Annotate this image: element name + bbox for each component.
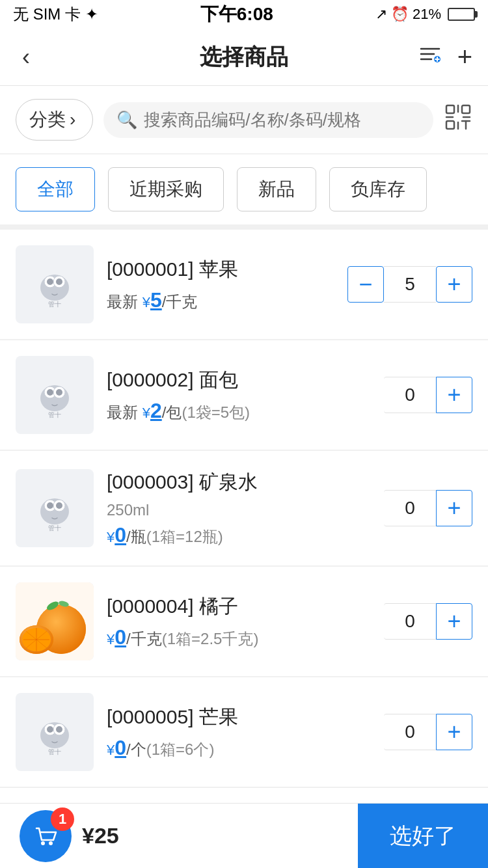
nav-actions: + (418, 42, 472, 72)
no-sim-label: 无 SIM 卡 ✦ (13, 4, 98, 25)
quantity-input[interactable] (384, 603, 436, 640)
price-extra: (1箱=2.5千克) (162, 630, 259, 647)
list-item: 管十 [0000003] 矿泉水 250ml ¥0/瓶(1箱=12瓶) + (0, 451, 488, 565)
quantity-control: + (384, 714, 472, 750)
product-info: [0000005] 芒果 ¥0/个(1箱=6个) (107, 704, 371, 760)
product-name: [0000002] 面包 (107, 367, 371, 394)
add-button[interactable]: + (457, 42, 472, 72)
price-num: 0 (115, 736, 126, 759)
product-price: 最新 ¥5/千克 (107, 288, 334, 312)
owl-logo: 管十 (29, 482, 81, 534)
increase-button[interactable]: + (436, 266, 472, 303)
quantity-input[interactable] (384, 266, 436, 303)
svg-text:管十: 管十 (48, 301, 61, 308)
product-price: ¥0/瓶(1箱=12瓶) (107, 523, 371, 547)
product-image: 管十 (16, 245, 94, 323)
svg-point-57 (41, 841, 45, 845)
price-extra: (1箱=6个) (146, 740, 215, 758)
product-list: 管十 [0000001] 苹果 最新 ¥5/千克 − + (0, 230, 488, 868)
price-extra: (1箱=12瓶) (146, 528, 223, 545)
cart-section: 1 ¥25 (0, 810, 358, 862)
product-name: [0000004] 橘子 (107, 593, 371, 620)
price-unit: /千克 (126, 630, 162, 647)
confirm-button[interactable]: 选好了 (358, 804, 488, 869)
filter-icon[interactable] (418, 42, 442, 72)
product-info: [0000001] 苹果 最新 ¥5/千克 (107, 256, 334, 312)
svg-point-58 (49, 841, 53, 845)
svg-rect-7 (462, 105, 470, 113)
product-name: [0000003] 矿泉水 (107, 469, 371, 496)
svg-point-31 (56, 502, 62, 509)
product-info: [0000004] 橘子 ¥0/千克(1箱=2.5千克) (107, 593, 371, 649)
status-time: 下午6:08 (200, 2, 273, 27)
svg-point-25 (56, 389, 62, 396)
price-num: 5 (150, 288, 162, 312)
svg-point-30 (47, 502, 53, 509)
tab-recent[interactable]: 近期采购 (108, 167, 224, 211)
quantity-input[interactable] (384, 714, 436, 750)
svg-point-24 (47, 389, 53, 396)
status-left: 无 SIM 卡 ✦ (13, 4, 98, 25)
price-num: 2 (150, 399, 162, 422)
price-unit: /千克 (162, 293, 198, 310)
price-yen: ¥ (107, 529, 115, 545)
increase-button[interactable]: + (436, 714, 472, 750)
decrease-button[interactable]: − (347, 266, 384, 303)
svg-text:管十: 管十 (48, 524, 61, 532)
product-name: [0000001] 苹果 (107, 256, 334, 283)
price-yen: ¥ (142, 294, 150, 310)
price-unit: /包 (162, 403, 182, 421)
tab-negative[interactable]: 负库存 (329, 167, 427, 211)
owl-logo: 管十 (29, 706, 81, 758)
category-button[interactable]: 分类 › (16, 99, 93, 141)
product-price: ¥0/千克(1箱=2.5千克) (107, 625, 371, 649)
price-num: 0 (115, 523, 126, 547)
scan-icon[interactable] (444, 103, 472, 137)
product-image: 管十 (16, 469, 94, 547)
battery-percent: 21% (413, 6, 441, 23)
list-item: [0000004] 橘子 ¥0/千克(1箱=2.5千克) + (0, 567, 488, 676)
quantity-control: + (384, 603, 472, 640)
product-price: 最新 ¥2/包(1袋=5包) (107, 399, 371, 423)
product-info: [0000002] 面包 最新 ¥2/包(1袋=5包) (107, 367, 371, 423)
product-image (16, 582, 94, 660)
search-box: 🔍 (103, 102, 433, 138)
product-price: ¥0/个(1箱=6个) (107, 736, 371, 760)
cart-badge: 1 (51, 807, 74, 831)
svg-point-19 (56, 278, 62, 285)
svg-point-48 (47, 726, 53, 733)
product-info: [0000003] 矿泉水 250ml ¥0/瓶(1箱=12瓶) (107, 469, 371, 547)
price-extra: (1袋=5包) (182, 403, 250, 421)
tab-new[interactable]: 新品 (237, 167, 316, 211)
price-yen: ¥ (107, 742, 115, 758)
quantity-input[interactable] (384, 490, 436, 526)
nav-bar: ‹ 选择商品 + (0, 29, 488, 86)
list-item: 管十 [0000005] 芒果 ¥0/个(1箱=6个) + (0, 677, 488, 787)
back-button[interactable]: ‹ (16, 37, 36, 77)
increase-button[interactable]: + (436, 377, 472, 413)
quantity-control: + (384, 490, 472, 526)
svg-point-49 (56, 726, 62, 733)
increase-button[interactable]: + (436, 490, 472, 526)
search-icon: 🔍 (116, 110, 137, 130)
price-num: 0 (115, 625, 126, 649)
svg-rect-6 (446, 105, 454, 113)
owl-logo: 管十 (29, 369, 81, 421)
tab-all[interactable]: 全部 (16, 167, 95, 211)
category-chevron: › (70, 109, 75, 130)
price-unit: /瓶 (126, 528, 146, 545)
list-item: 管十 [0000002] 面包 最新 ¥2/包(1袋=5包) + (0, 340, 488, 450)
alarm-icon: ⏰ (391, 6, 409, 23)
cart-total: ¥25 (82, 823, 119, 848)
increase-button[interactable]: + (436, 603, 472, 640)
quantity-input[interactable] (384, 377, 436, 413)
product-name: [0000005] 芒果 (107, 704, 371, 731)
search-input[interactable] (144, 110, 420, 130)
location-icon: ↗ (375, 6, 387, 23)
list-item: 管十 [0000001] 苹果 最新 ¥5/千克 − + (0, 230, 488, 339)
svg-text:管十: 管十 (48, 411, 61, 418)
product-image: 管十 (16, 356, 94, 434)
quantity-control: + (384, 377, 472, 413)
cart-icon-wrap[interactable]: 1 (20, 810, 72, 862)
product-image: 管十 (16, 693, 94, 771)
